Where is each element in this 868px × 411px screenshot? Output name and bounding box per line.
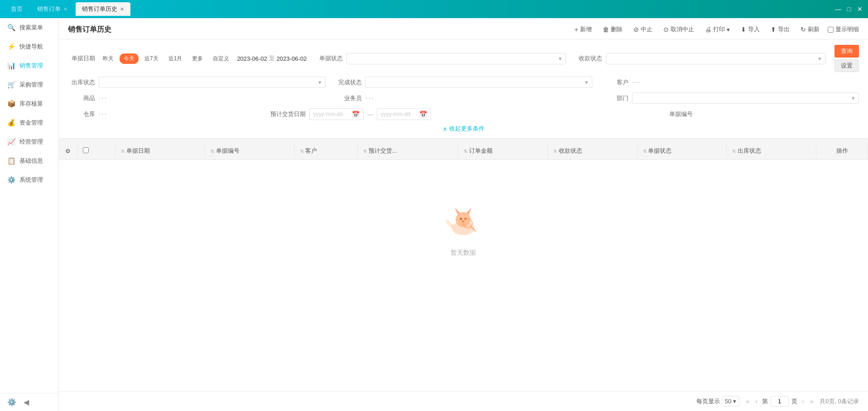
first-page-button[interactable]: « — [744, 397, 751, 406]
settings-bottom-icon[interactable]: ⚙️ — [7, 398, 16, 406]
inventory-icon: 📦 — [7, 100, 16, 108]
last-page-button[interactable]: » — [808, 397, 815, 406]
sidebar-item-purchase-mgmt[interactable]: 🛒 采购管理 — [0, 75, 58, 94]
goods-picker[interactable]: ··· — [99, 94, 107, 102]
tab-sales-order[interactable]: 销售订单 ✕ — [31, 2, 74, 16]
payment-status-select[interactable]: ▾ — [606, 53, 825, 64]
order-amount-col-header[interactable]: ⇅ 订单金额 — [458, 142, 548, 160]
close-button[interactable]: ✕ — [856, 5, 863, 13]
date-label: 单据日期 — [68, 54, 95, 63]
next-page-button[interactable]: › — [800, 397, 806, 406]
sort-icon: ⇅ — [643, 149, 647, 154]
warehouse-picker[interactable]: ··· — [99, 110, 107, 118]
print-dropdown-icon: ▾ — [727, 26, 730, 33]
date-btn-yesterday[interactable]: 昨天 — [99, 53, 118, 64]
sort-icon: ⇅ — [464, 149, 467, 154]
table-header: ⚙ ⇅ 单据日期 ⇅ 单据编号 ⇅ 客户 — [59, 142, 868, 160]
page-number-input[interactable] — [771, 396, 789, 406]
order-status-select[interactable]: ▾ — [346, 53, 566, 64]
table-area: ⚙ ⇅ 单据日期 ⇅ 单据编号 ⇅ 客户 — [59, 142, 868, 391]
ops-icon: 📈 — [7, 138, 16, 146]
sort-icon: ⇅ — [553, 149, 557, 154]
sidebar-item-inventory[interactable]: 📦 库存核算 — [0, 94, 58, 113]
sidebar-item-basic-info[interactable]: 📋 基础信息 — [0, 151, 58, 170]
delivery-date-end[interactable]: yyyy-mm-dd 📅 — [377, 108, 431, 120]
complete-status-select[interactable]: ▾ — [365, 77, 592, 88]
delivery-date-start[interactable]: yyyy-mm-dd 📅 — [309, 108, 364, 120]
sidebar-item-system[interactable]: ⚙️ 系统管理 — [0, 170, 58, 189]
calendar-start-icon: 📅 — [352, 111, 360, 118]
new-icon: + — [575, 26, 578, 33]
print-button[interactable]: 🖨 打印 ▾ — [702, 24, 733, 35]
display-detail-toggle[interactable]: 显示明细 — [828, 25, 859, 34]
date-btn-today[interactable]: 今天 — [120, 53, 139, 64]
sidebar-item-quick-nav[interactable]: ⚡ 快捷导航 — [0, 37, 58, 56]
expected-delivery-col-header[interactable]: ⇅ 预计交货... — [358, 142, 458, 160]
tab-home[interactable]: 首页 — [5, 2, 29, 16]
customer-col-header[interactable]: ⇅ 客户 — [294, 142, 358, 160]
content-area: 销售订单历史 + 新增 🗑 删除 ⊘ 中止 ⊙ 取消中止 — [59, 18, 868, 411]
page-size-select[interactable]: 50 ▾ — [722, 396, 739, 406]
new-button[interactable]: + 新增 — [572, 24, 595, 35]
maximize-button[interactable]: □ — [845, 5, 853, 13]
minimize-button[interactable]: — — [834, 5, 842, 13]
toolbar: + 新增 🗑 删除 ⊘ 中止 ⊙ 取消中止 🖨 打印 — [572, 24, 859, 35]
complete-status-arrow: ▾ — [585, 79, 588, 86]
select-all-checkbox[interactable] — [83, 147, 89, 153]
date-btn-more[interactable]: 更多 — [188, 53, 207, 64]
export-button[interactable]: ⬆ 导出 — [768, 24, 792, 35]
settings-col-header[interactable]: ⚙ — [59, 142, 77, 160]
payment-status-col-header[interactable]: ⇅ 收款状态 — [548, 142, 638, 160]
sidebar-item-search-menu[interactable]: 🔍 搜索菜单 — [0, 18, 58, 37]
payment-status-label: 收款状态 — [575, 54, 602, 63]
tab-sales-order-history-close[interactable]: ✕ — [120, 6, 124, 12]
collapse-up-icon: ∧ — [443, 126, 447, 132]
basic-info-icon: 📋 — [7, 157, 16, 165]
cancel-stop-button[interactable]: ⊙ 取消中止 — [661, 24, 697, 35]
out-status-arrow: ▾ — [318, 79, 321, 86]
empty-text: 暂无数据 — [451, 249, 476, 257]
system-icon: ⚙️ — [7, 176, 16, 184]
department-select[interactable]: ▾ — [632, 92, 859, 104]
salesperson-picker[interactable]: ··· — [365, 94, 374, 102]
tab-sales-order-history[interactable]: 销售订单历史 ✕ — [76, 2, 130, 16]
goods-label: 商品 — [68, 94, 95, 102]
import-button[interactable]: ⬇ 导入 — [738, 24, 762, 35]
query-button[interactable]: 查询 — [834, 45, 859, 58]
date-btn-custom[interactable]: 自定义 — [209, 53, 233, 64]
date-btn-last7[interactable]: 近7天 — [140, 53, 163, 64]
customer-picker[interactable]: ··· — [632, 78, 641, 87]
tab-sales-order-close[interactable]: ✕ — [63, 6, 67, 12]
refresh-button[interactable]: ↻ 刷新 — [798, 24, 822, 35]
sort-icon: ⇅ — [121, 149, 125, 154]
prev-page-button[interactable]: ‹ — [753, 397, 759, 406]
print-icon: 🖨 — [705, 26, 711, 33]
sort-icon: ⇅ — [211, 149, 214, 154]
collapse-button[interactable]: ∧ 收起更多条件 — [68, 125, 859, 133]
checkbox-col-header[interactable] — [77, 142, 115, 160]
order-no-col-header[interactable]: ⇅ 单据编号 — [205, 142, 294, 160]
collapse-sidebar-icon[interactable]: ◀ — [24, 398, 29, 406]
date-btn-last1m[interactable]: 近1月 — [164, 53, 187, 64]
sidebar-bottom: ⚙️ ◀ — [0, 393, 58, 411]
svg-point-4 — [460, 218, 462, 220]
out-status-select[interactable]: ▾ — [99, 77, 326, 88]
date-col-header[interactable]: ⇅ 单据日期 — [115, 142, 205, 160]
display-detail-checkbox[interactable] — [828, 27, 834, 33]
stop-icon: ⊘ — [633, 26, 639, 33]
settings-filter-button[interactable]: 设置 — [834, 59, 859, 72]
cancel-stop-icon: ⊙ — [663, 26, 669, 33]
page-unit: 页 — [791, 397, 797, 406]
stop-button[interactable]: ⊘ 中止 — [631, 24, 655, 35]
sidebar-item-sales-mgmt[interactable]: 📊 销售管理 — [0, 56, 58, 75]
page-navigation: « ‹ 第 页 › » — [744, 396, 815, 406]
sidebar-item-ops[interactable]: 📈 经营管理 — [0, 132, 58, 151]
order-status-col-header[interactable]: ⇅ 单据状态 — [637, 142, 727, 160]
delete-button[interactable]: 🗑 删除 — [600, 24, 625, 35]
sidebar-item-funds[interactable]: 💰 资金管理 — [0, 113, 58, 132]
sales-mgmt-icon: 📊 — [7, 62, 16, 70]
sort-icon: ⇅ — [363, 149, 367, 154]
department-label: 部门 — [601, 94, 628, 102]
out-status-col-header[interactable]: ⇅ 出库状态 — [727, 142, 816, 160]
calendar-end-icon: 📅 — [419, 111, 427, 118]
